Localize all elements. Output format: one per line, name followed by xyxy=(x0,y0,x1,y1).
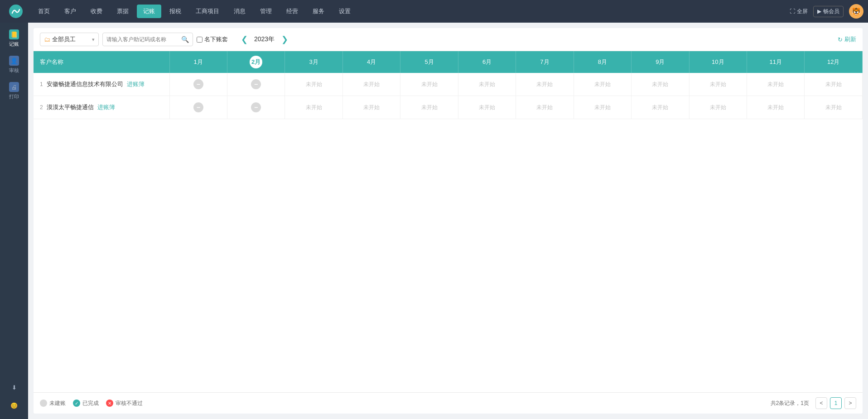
month-cell: − xyxy=(227,73,285,96)
nav-items: 首页 客户 收费 票据 记账 报税 工商项目 消息 管理 经营 服务 设置 xyxy=(32,5,790,18)
status-dash-icon: − xyxy=(251,102,261,112)
search-input[interactable] xyxy=(106,36,181,43)
status-dash-icon: − xyxy=(193,102,203,112)
enter-ledger-link[interactable]: 进账簿 xyxy=(97,103,115,111)
col-client-name: 客户名称 xyxy=(34,51,169,73)
month-cell: 未开始 xyxy=(342,96,400,119)
enter-ledger-link[interactable]: 进账簿 xyxy=(127,80,145,88)
table-row: 2 漠漠太平畅捷通信 进账簿 −−未开始未开始未开始未开始未开始未开始未开始未开… xyxy=(34,96,863,119)
client-name-cell: 2 漠漠太平畅捷通信 进账簿 xyxy=(34,96,169,119)
fullscreen-label: 全屏 xyxy=(797,8,808,15)
nav-invoice[interactable]: 票据 xyxy=(111,5,135,18)
month-cell: 未开始 xyxy=(574,96,631,119)
audit-icon: 👤 xyxy=(9,56,19,66)
sidebar-item-audit[interactable]: 👤 审核 xyxy=(2,53,26,77)
account-set-checkbox[interactable] xyxy=(197,37,203,43)
client-name-cell: 1 安徽畅捷通信息技术有限公司 进账簿 xyxy=(34,73,169,96)
status-dash-icon: − xyxy=(251,79,261,89)
col-aug: 8月 xyxy=(574,51,631,73)
nav-manage[interactable]: 管理 xyxy=(254,5,278,18)
employee-select[interactable]: 🗂 全部员工 ▾ xyxy=(40,33,99,46)
year-navigation: ❮ 2023年 ❯ xyxy=(239,34,290,45)
nav-client[interactable]: 客户 xyxy=(58,5,82,18)
play-icon: ▶ xyxy=(817,8,821,14)
month-cell: 未开始 xyxy=(574,73,631,96)
check-icon: ✓ xyxy=(75,401,78,406)
month-cell: 未开始 xyxy=(689,96,747,119)
month-cell: 未开始 xyxy=(632,73,689,96)
current-page-number: 1 xyxy=(830,397,842,409)
nav-accounting[interactable]: 记账 xyxy=(137,5,161,18)
not-started-text: 未开始 xyxy=(652,104,668,111)
not-started-text: 未开始 xyxy=(825,104,842,111)
col-sep: 9月 xyxy=(632,51,689,73)
content-area: 🗂 全部员工 ▾ 🔍 名下账套 ❮ 2023年 ❯ xyxy=(28,23,868,419)
sidebar-item-print[interactable]: 🖨 打印 xyxy=(2,79,26,103)
col-dec: 12月 xyxy=(805,51,863,73)
nav-settings[interactable]: 设置 xyxy=(333,5,357,18)
month-cell: 未开始 xyxy=(516,73,574,96)
refresh-label: 刷新 xyxy=(844,35,856,43)
pagination: 共2条记录，1页 < 1 > xyxy=(771,397,856,409)
checkbox-label[interactable]: 名下账套 xyxy=(197,35,228,43)
table-footer: 未建账 ✓ 已完成 ✕ 审核不通过 xyxy=(34,392,863,414)
not-started-text: 未开始 xyxy=(363,104,380,111)
cross-icon: ✕ xyxy=(108,401,111,406)
total-records-text: 共2条记录，1页 xyxy=(771,400,809,407)
completed-icon: ✓ xyxy=(73,400,80,407)
sidebar-print-label: 打印 xyxy=(9,93,19,100)
refresh-icon: ↻ xyxy=(838,36,843,43)
month-cell: 未开始 xyxy=(458,73,516,96)
year-display: 2023年 xyxy=(254,35,275,43)
support-icon[interactable]: 😊 xyxy=(6,397,22,414)
fullscreen-button[interactable]: ⛶ 全屏 xyxy=(790,8,808,15)
not-started-text: 未开始 xyxy=(306,104,322,111)
not-started-text: 未开始 xyxy=(767,81,784,87)
month-cell: 未开始 xyxy=(285,73,342,96)
member-button[interactable]: ▶ 畅会员 xyxy=(813,6,844,17)
sidebar-audit-label: 审核 xyxy=(9,67,19,74)
table-container: 客户名称 1月 2月 3月 4月 5月 6月 7月 8月 9月 xyxy=(34,51,863,392)
not-started-text: 未开始 xyxy=(652,81,668,87)
not-started-text: 未开始 xyxy=(594,104,611,111)
chevron-down-icon: ▾ xyxy=(92,37,95,43)
nav-right: ⛶ 全屏 ▶ 畅会员 🐯 xyxy=(790,4,863,19)
sidebar-item-accounting[interactable]: 📒 记账 xyxy=(2,26,26,51)
not-started-text: 未开始 xyxy=(363,81,380,87)
nav-business[interactable]: 工商项目 xyxy=(189,5,226,18)
prev-year-button[interactable]: ❮ xyxy=(239,34,250,45)
nav-fee[interactable]: 收费 xyxy=(84,5,109,18)
month-cell: 未开始 xyxy=(747,73,805,96)
month-cell: 未开始 xyxy=(516,96,574,119)
month-cell: − xyxy=(227,96,285,119)
refresh-button[interactable]: ↻ 刷新 xyxy=(838,35,856,43)
user-avatar[interactable]: 🐯 xyxy=(849,4,863,19)
rejected-icon: ✕ xyxy=(106,400,113,407)
nav-message[interactable]: 消息 xyxy=(227,5,252,18)
main-layout: 📒 记账 👤 审核 🖨 打印 ⬇ 😊 🗂 全部员工 ▾ xyxy=(0,23,868,419)
not-started-text: 未开始 xyxy=(536,81,553,87)
nav-operation[interactable]: 经营 xyxy=(280,5,304,18)
rejected-label: 审核不通过 xyxy=(116,400,143,407)
month-cell: 未开始 xyxy=(458,96,516,119)
legend-not-built: 未建账 xyxy=(40,400,66,407)
download-icon[interactable]: ⬇ xyxy=(6,379,22,395)
nav-service[interactable]: 服务 xyxy=(306,5,331,18)
next-year-button[interactable]: ❯ xyxy=(279,34,290,45)
month-cell: 未开始 xyxy=(632,96,689,119)
prev-page-button[interactable]: < xyxy=(815,397,827,409)
search-button[interactable]: 🔍 xyxy=(181,36,189,43)
not-started-text: 未开始 xyxy=(536,104,553,111)
next-page-button[interactable]: > xyxy=(844,397,856,409)
logo xyxy=(5,4,27,19)
current-month-circle: 2月 xyxy=(250,56,262,68)
month-cell: 未开始 xyxy=(689,73,747,96)
month-cell: 未开始 xyxy=(400,96,458,119)
nav-home[interactable]: 首页 xyxy=(32,5,56,18)
client-name: 安徽畅捷通信息技术有限公司 xyxy=(47,80,123,88)
not-built-icon xyxy=(40,400,47,407)
nav-tax[interactable]: 报税 xyxy=(163,5,188,18)
month-cell: 未开始 xyxy=(400,73,458,96)
legend: 未建账 ✓ 已完成 ✕ 审核不通过 xyxy=(40,400,143,407)
not-started-text: 未开始 xyxy=(825,81,842,87)
